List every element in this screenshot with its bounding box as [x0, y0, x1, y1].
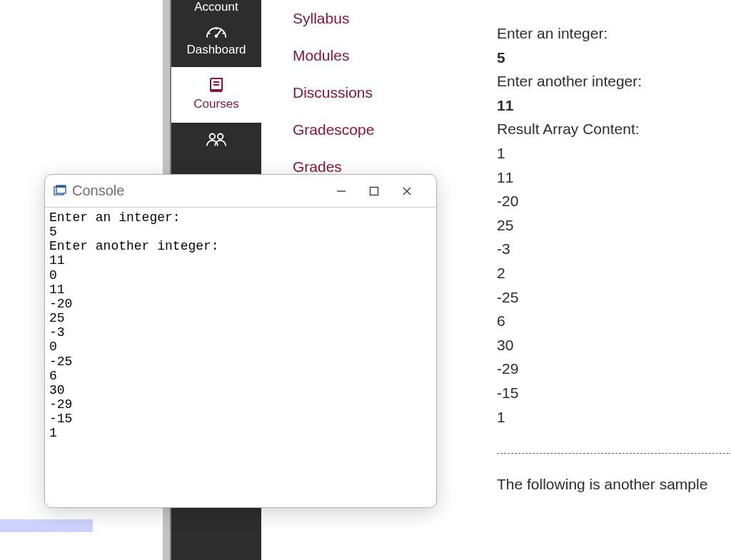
array-value: 30	[497, 333, 731, 357]
course-link-gradescope[interactable]: Gradescope	[286, 111, 381, 148]
course-link-modules[interactable]: Modules	[286, 37, 381, 74]
array-value: 6	[497, 309, 731, 333]
gauge-icon	[205, 21, 228, 41]
array-value: -25	[497, 285, 731, 310]
nav-label: Courses	[193, 97, 238, 111]
console-window: Console Enter an integer: 5 Enter anothe…	[44, 174, 437, 508]
array-value: -29	[497, 357, 731, 381]
console-titlebar[interactable]: Console	[45, 175, 436, 208]
array-value: 25	[497, 213, 731, 238]
nav-groups[interactable]	[171, 123, 261, 160]
people-icon	[205, 129, 228, 149]
array-value: 2	[497, 261, 731, 285]
console-title: Console	[72, 183, 124, 199]
window-close-button[interactable]	[390, 180, 423, 203]
section-divider	[497, 453, 731, 454]
array-value: -3	[497, 237, 731, 261]
window-minimize-button[interactable]	[325, 180, 358, 203]
nav-label: Account	[194, 0, 238, 14]
svg-point-1	[216, 35, 218, 37]
console-output[interactable]: Enter an integer: 5 Enter another intege…	[45, 208, 436, 507]
nav-label: Dashboard	[186, 43, 246, 57]
prompt-text: Enter an integer:	[497, 21, 731, 46]
course-link-syllabus[interactable]: Syllabus	[286, 0, 381, 37]
course-link-discussions[interactable]: Discussions	[286, 74, 381, 111]
nav-courses[interactable]: Courses	[171, 67, 261, 123]
nav-dashboard[interactable]: Dashboard	[171, 14, 261, 67]
svg-rect-14	[370, 187, 378, 195]
assignment-content: Enter an integer: 5 Enter another intege…	[497, 21, 731, 497]
course-menu: Syllabus Modules Discussions Gradescope …	[286, 0, 381, 185]
window-maximize-button[interactable]	[358, 180, 390, 203]
array-value: -15	[497, 381, 731, 405]
prompt-text: Enter another integer:	[497, 69, 731, 93]
highlight-smear	[0, 519, 93, 532]
svg-rect-12	[56, 185, 66, 188]
array-value: 11	[497, 166, 731, 190]
svg-point-9	[218, 133, 223, 139]
nav-account[interactable]: Account	[171, 0, 261, 14]
console-app-icon	[54, 185, 66, 198]
input-value: 5	[497, 46, 731, 70]
footer-text: The following is another sample	[497, 472, 731, 497]
array-value: 1	[497, 141, 731, 166]
array-value: -20	[497, 189, 731, 213]
svg-point-8	[210, 133, 216, 139]
input-value: 11	[497, 93, 731, 118]
array-value: 1	[497, 405, 731, 429]
prompt-text: Result Array Content:	[497, 117, 731, 141]
book-icon	[205, 76, 228, 96]
